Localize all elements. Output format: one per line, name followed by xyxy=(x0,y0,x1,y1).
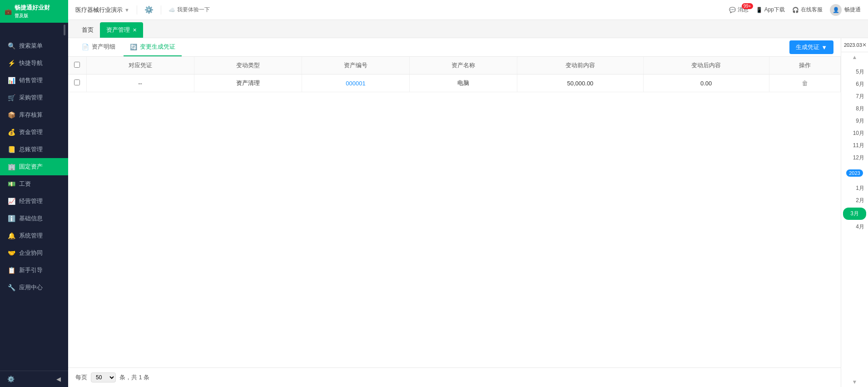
company-selector[interactable]: 医疗器械行业演示 ▼ xyxy=(75,6,129,14)
purchase-icon: 🛒 xyxy=(7,94,15,101)
sidebar: 💼 畅捷通好业财 普及版 🔍 搜索菜单 ⚡ 快捷导航 📊 销售管理 🛒 采购管理… xyxy=(0,0,68,387)
row-checkbox-cell[interactable] xyxy=(68,74,86,92)
app-download-btn[interactable]: 📱 App下载 xyxy=(756,6,785,14)
timeline-7[interactable]: 7月 xyxy=(841,90,868,103)
sidebar-item-fixedassets[interactable]: 🏢 固定资产 xyxy=(0,158,68,175)
select-all-checkbox[interactable] xyxy=(74,62,80,68)
sidebar-label-sysmanage: 系统管理 xyxy=(19,232,43,240)
settings-gear-icon[interactable]: ⚙️ xyxy=(144,5,154,14)
sidebar-label-basicinfo: 基础信息 xyxy=(19,214,43,223)
current-year-label: 2023 xyxy=(841,166,868,180)
sidebar-item-sysmanage[interactable]: 🔔 系统管理 xyxy=(0,227,68,244)
fixedassets-icon: 🏢 xyxy=(7,163,15,170)
sidebar-label-quicknav: 快捷导航 xyxy=(19,59,43,67)
sidebar-item-salary[interactable]: 💵 工资 xyxy=(0,175,68,193)
table-row: -- 资产清理 000001 电脑 50,000.00 0.00 🗑 xyxy=(68,74,841,92)
close-panel-icon[interactable]: ✕ xyxy=(862,42,867,48)
change-voucher-label: 变更生成凭证 xyxy=(140,43,175,51)
timeline-6[interactable]: 6月 xyxy=(841,78,868,90)
company-name: 医疗器械行业演示 xyxy=(75,6,123,14)
cell-asset-name: 电脑 xyxy=(410,74,517,92)
timeline-10[interactable]: 10月 xyxy=(841,127,868,139)
sidebar-item-ledger[interactable]: 📒 总账管理 xyxy=(0,141,68,158)
timeline-8[interactable]: 8月 xyxy=(841,103,868,115)
sidebar-item-funds[interactable]: 💰 资金管理 xyxy=(0,124,68,141)
sidebar-item-sales[interactable]: 📊 销售管理 xyxy=(0,72,68,89)
sidebar-bottom: ⚙️ ◀ xyxy=(0,371,68,387)
page-size-select[interactable]: 50 100 200 xyxy=(91,372,116,382)
tab-home[interactable]: 首页 xyxy=(75,22,100,38)
cell-after: 0.00 xyxy=(643,74,769,92)
settings-icon[interactable]: ⚙️ xyxy=(7,376,15,382)
sidebar-label-appcenter: 应用中心 xyxy=(19,283,43,292)
username: 畅捷通 xyxy=(844,6,861,14)
timeline-mar[interactable]: 3月 xyxy=(843,208,866,220)
sidebar-item-newguide[interactable]: 📋 新手引导 xyxy=(0,262,68,279)
sidebar-item-operations[interactable]: 📈 经营管理 xyxy=(0,193,68,210)
change-voucher-icon: 🔄 xyxy=(130,44,137,50)
sidebar-item-purchase[interactable]: 🛒 采购管理 xyxy=(0,89,68,106)
online-service-label: 在线客服 xyxy=(801,6,823,14)
current-year-section: 1月 2月 3月 4月 xyxy=(841,180,868,235)
timeline-5[interactable]: 5月 xyxy=(841,66,868,78)
sub-tab-asset-list[interactable]: 📄 资产明细 xyxy=(75,38,122,56)
ledger-icon: 📒 xyxy=(7,146,15,153)
timeline-year-label: 2023.03 xyxy=(844,42,862,48)
sidebar-item-appcenter[interactable]: 🔧 应用中心 xyxy=(0,279,68,296)
timeline-11[interactable]: 11月 xyxy=(841,139,868,152)
sidebar-label-purchase: 采购管理 xyxy=(19,94,43,102)
user-profile[interactable]: 👤 畅捷通 xyxy=(830,4,861,16)
sidebar-item-enterprise[interactable]: 🤝 企业协同 xyxy=(0,244,68,262)
sysmanage-icon: 🔔 xyxy=(7,232,15,239)
topbar: 医疗器械行业演示 ▼ ⚙️ ☁️ 我要体验一下 💬 消息 99+ 📱 App下载… xyxy=(68,0,868,20)
message-btn[interactable]: 💬 消息 99+ xyxy=(729,6,749,14)
sidebar-label-enterprise: 企业协同 xyxy=(19,249,43,257)
timeline-scroll-down[interactable]: ▼ xyxy=(841,377,868,387)
sales-icon: 📊 xyxy=(7,77,15,84)
tab-asset-manage[interactable]: 资产管理 ✕ xyxy=(100,22,143,38)
generate-voucher-btn[interactable]: 生成凭证 ▼ xyxy=(789,40,833,54)
select-all-header[interactable] xyxy=(68,57,86,74)
sidebar-item-quicknav[interactable]: ⚡ 快捷导航 xyxy=(0,55,68,72)
col-asset-name: 资产名称 xyxy=(410,57,517,74)
timeline-apr[interactable]: 4月 xyxy=(841,221,868,233)
sub-tab-change-voucher[interactable]: 🔄 变更生成凭证 xyxy=(124,38,182,56)
col-voucher: 对应凭证 xyxy=(86,57,194,74)
sidebar-nav: 🔍 搜索菜单 ⚡ 快捷导航 📊 销售管理 🛒 采购管理 📦 库存核算 💰 资金管… xyxy=(0,37,68,371)
sidebar-label-fixedassets: 固定资产 xyxy=(19,163,43,171)
timeline-12[interactable]: 12月 xyxy=(841,152,868,164)
tab-close-icon[interactable]: ✕ xyxy=(133,27,137,33)
sidebar-label-search: 搜索菜单 xyxy=(19,42,43,50)
timeline-feb[interactable]: 2月 xyxy=(841,194,868,207)
inventory-icon: 📦 xyxy=(7,111,15,119)
timeline-9[interactable]: 9月 xyxy=(841,115,868,127)
online-service-btn[interactable]: 🎧 在线客服 xyxy=(792,6,823,14)
content-area: 📄 资产明细 🔄 变更生成凭证 生成凭证 ▼ xyxy=(68,38,868,387)
feedback-btn[interactable]: ☁️ 我要体验一下 xyxy=(169,6,210,14)
timeline-scroll-up[interactable]: ▲ xyxy=(841,52,868,62)
message-icon: 💬 xyxy=(729,7,736,13)
app-edition: 普及版 xyxy=(15,13,50,19)
row-checkbox[interactable] xyxy=(74,79,80,85)
delete-icon[interactable]: 🗑 xyxy=(802,79,808,87)
generate-label: 生成凭证 xyxy=(796,43,819,51)
sidebar-label-newguide: 新手引导 xyxy=(19,266,43,274)
timeline: 5月 6月 7月 8月 9月 10月 11月 12月 2023 1月 2月 3月… xyxy=(841,62,868,377)
sidebar-label-funds: 资金管理 xyxy=(19,128,43,136)
quicknav-icon: ⚡ xyxy=(7,60,15,67)
collapse-icon[interactable]: ◀ xyxy=(56,376,61,382)
home-tab-label: 首页 xyxy=(82,26,94,34)
cell-before: 50,000.00 xyxy=(517,74,643,92)
sidebar-item-search[interactable]: 🔍 搜索菜单 xyxy=(0,37,68,55)
timeline-jan[interactable]: 1月 xyxy=(841,182,868,194)
cell-asset-no: 000001 xyxy=(302,74,409,92)
cell-change-type: 资产清理 xyxy=(194,74,302,92)
sidebar-item-inventory[interactable]: 📦 库存核算 xyxy=(0,106,68,124)
prev-year-section: 5月 6月 7月 8月 9月 10月 11月 12月 xyxy=(841,64,868,166)
cell-action: 🗑 xyxy=(769,74,840,92)
sidebar-item-basicinfo[interactable]: ℹ️ 基础信息 xyxy=(0,210,68,227)
feedback-label: 我要体验一下 xyxy=(177,6,210,14)
main-area: 医疗器械行业演示 ▼ ⚙️ ☁️ 我要体验一下 💬 消息 99+ 📱 App下载… xyxy=(68,0,868,387)
sidebar-label-operations: 经营管理 xyxy=(19,197,43,205)
nav-tabs: 首页 资产管理 ✕ xyxy=(68,20,868,38)
